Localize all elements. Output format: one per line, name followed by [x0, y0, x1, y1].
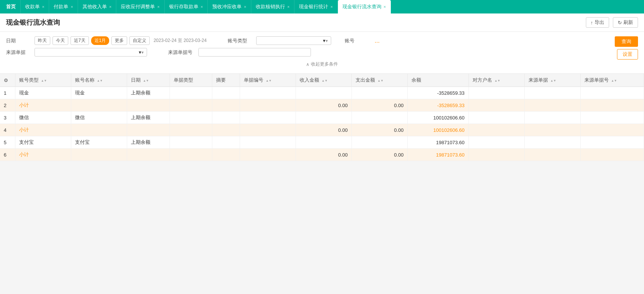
table-cell: 100102606.60 — [407, 124, 468, 136]
th-account-name-label: 账号名称 — [75, 77, 95, 83]
th-date: 日期 ▲▼ — [127, 74, 170, 87]
table-row: 4小计0.000.00100102606.60 — [0, 124, 644, 136]
table-cell: 1 — [0, 87, 15, 99]
nav-prepay-offset-label: 预收冲应收单 — [212, 3, 242, 10]
table-body: 1现金现金上期余额-3528659.332小计0.000.00-3528659.… — [0, 87, 644, 161]
th-expense: 支出金额 ▲▼ — [351, 74, 407, 87]
table-cell: 0.00 — [296, 149, 351, 161]
nav-ar-ap-adj-close[interactable]: × — [157, 4, 159, 9]
nav-receipt[interactable]: 收款单 × — [21, 0, 49, 13]
collapse-label: 收起更多条件 — [311, 61, 338, 67]
table-cell — [580, 87, 644, 99]
table-cell — [580, 136, 644, 149]
th-summary-label: 摘要 — [216, 77, 226, 83]
table-cell: 19871073.60 — [407, 149, 468, 161]
table-cell — [212, 124, 240, 136]
nav-cash-bank-query-close[interactable]: × — [384, 4, 386, 9]
sort-expense[interactable]: ▲▼ — [378, 79, 384, 82]
filter-row-2: 来源单据 ▾ 来源单据号 — [6, 48, 615, 57]
export-label: 导出 — [594, 19, 604, 26]
table-row: 5支付宝支付宝上期余额19871073.60 — [0, 136, 644, 149]
th-doc-no: 单据编号 ▲▼ — [240, 74, 296, 87]
table-cell: 支付宝 — [15, 136, 71, 149]
export-button[interactable]: ↑ 导出 — [586, 17, 609, 28]
nav-bank-deposit[interactable]: 银行存取款单 × — [165, 0, 208, 13]
table-cell: 支付宝 — [71, 136, 127, 149]
refresh-icon: ↻ — [618, 20, 622, 25]
th-counterpart-label: 对方户名 — [473, 77, 492, 83]
table-cell — [524, 87, 580, 99]
table-cell — [170, 136, 212, 149]
query-button[interactable]: 查询 — [615, 36, 638, 47]
date-range: 2023-02-24 至 2023-03-24 — [153, 37, 206, 44]
source-doc-select[interactable]: ▾ — [35, 48, 147, 57]
account-number-label: 账号 — [345, 37, 367, 44]
table-cell — [296, 112, 351, 124]
table-cell — [524, 99, 580, 112]
settings-button[interactable]: 设置 — [617, 49, 638, 60]
date-btn-1month[interactable]: 近1月 — [91, 36, 110, 45]
table-cell — [580, 124, 644, 136]
nav-other-income[interactable]: 其他收入单 × — [78, 0, 116, 13]
table-cell: 现金 — [71, 87, 127, 99]
sort-source-doc[interactable]: ▲▼ — [550, 79, 556, 82]
source-doc-no-label: 来源单据号 — [168, 49, 192, 56]
nav-receipt-verify-close[interactable]: × — [287, 4, 290, 9]
table-header-row: ⚙ 账号类型 ▲▼ 账号名称 ▲▼ 日期 ▲▼ 单据类型 摘 — [0, 74, 644, 87]
sort-counterpart[interactable]: ▲▼ — [494, 79, 500, 82]
page-title: 现金银行流水查询 — [6, 18, 60, 27]
date-label: 日期 — [6, 37, 29, 44]
table-cell — [240, 149, 296, 161]
nav-other-income-close[interactable]: × — [109, 4, 111, 9]
table-container: ⚙ 账号类型 ▲▼ 账号名称 ▲▼ 日期 ▲▼ 单据类型 摘 — [0, 74, 644, 161]
table-cell — [524, 149, 580, 161]
nav-home[interactable]: 首页 — [2, 0, 21, 13]
nav-ar-ap-adj[interactable]: 应收应付调整单 × — [116, 0, 164, 13]
table-cell: 0.00 — [296, 99, 351, 112]
table-settings-icon[interactable]: ⚙ — [4, 78, 8, 83]
sort-source-doc-no[interactable]: ▲▼ — [611, 79, 617, 82]
nav-cash-bank-query[interactable]: 现金银行流水查询 × — [338, 0, 391, 13]
th-summary: 摘要 — [212, 74, 240, 87]
collapse-bar[interactable]: ∧ 收起更多条件 — [6, 60, 638, 69]
header-actions: ↑ 导出 ↻ 刷新 — [586, 17, 638, 28]
table-cell — [468, 87, 524, 99]
nav-receipt-close[interactable]: × — [42, 4, 44, 9]
nav-payment[interactable]: 付款单 × — [49, 0, 78, 13]
nav-payment-close[interactable]: × — [71, 4, 73, 9]
table-cell — [468, 149, 524, 161]
table-cell: 2 — [0, 99, 15, 112]
sort-doc-no[interactable]: ▲▼ — [266, 79, 272, 82]
date-btn-yesterday[interactable]: 昨天 — [35, 36, 50, 45]
source-doc-no-input[interactable] — [198, 48, 311, 57]
collapse-icon: ∧ — [306, 62, 309, 67]
table-cell — [170, 112, 212, 124]
nav-cash-bank-stat[interactable]: 现金银行统计 × — [294, 0, 338, 13]
sort-account-name[interactable]: ▲▼ — [97, 79, 103, 82]
sort-account-type[interactable]: ▲▼ — [41, 79, 47, 82]
nav-bank-deposit-label: 银行存取款单 — [169, 3, 198, 10]
th-source-doc-label: 来源单据 — [528, 77, 548, 83]
th-date-label: 日期 — [131, 77, 141, 83]
nav-prepay-offset[interactable]: 预收冲应收单 × — [208, 0, 251, 13]
table-cell: 现金 — [15, 87, 71, 99]
nav-cash-bank-stat-close[interactable]: × — [330, 4, 333, 9]
nav-bank-deposit-close[interactable]: × — [201, 4, 203, 9]
table-cell — [212, 99, 240, 112]
table-cell — [580, 112, 644, 124]
nav-receipt-verify-label: 收款核销执行 — [256, 3, 285, 10]
table-cell — [524, 136, 580, 149]
date-btn-more[interactable]: 更多 — [111, 36, 127, 45]
nav-prepay-offset-close[interactable]: × — [244, 4, 246, 9]
account-type-select[interactable]: ▾ — [256, 36, 331, 45]
account-number-dots[interactable]: ... — [373, 37, 381, 44]
date-btn-7days[interactable]: 近7天 — [71, 36, 89, 45]
date-btn-custom[interactable]: 自定义 — [129, 36, 150, 45]
nav-receipt-verify[interactable]: 收款核销执行 × — [251, 0, 294, 13]
date-btn-today[interactable]: 今天 — [53, 36, 68, 45]
refresh-button[interactable]: ↻ 刷新 — [613, 17, 638, 28]
th-account-name: 账号名称 ▲▼ — [71, 74, 127, 87]
table-cell — [71, 149, 127, 161]
sort-date[interactable]: ▲▼ — [143, 79, 149, 82]
sort-income[interactable]: ▲▼ — [321, 79, 327, 82]
